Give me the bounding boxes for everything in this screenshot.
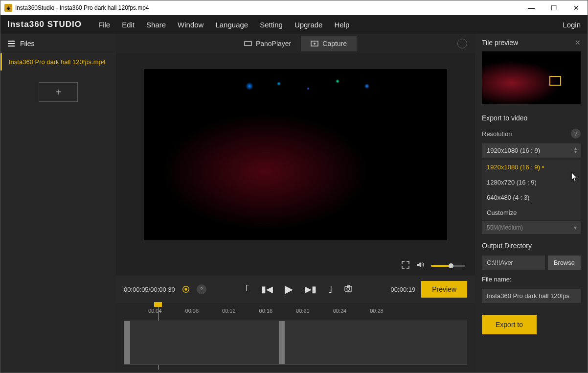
resolution-option-1080[interactable]: 1920x1080 (16 : 9) (482, 160, 581, 175)
right-panel: Tile preview ✕ Export to video Resolutio… (475, 34, 588, 373)
close-button[interactable]: ✕ (565, 0, 588, 15)
svg-rect-2 (8, 46, 15, 47)
next-frame-button[interactable]: ▶▮ (305, 284, 317, 295)
menu-file[interactable]: File (98, 21, 110, 29)
capture-tab[interactable]: Capture (301, 36, 357, 51)
menu-help[interactable]: Help (334, 21, 349, 29)
menubar: Insta360 STUDIO File Edit Share Window L… (0, 15, 588, 34)
svg-rect-0 (8, 41, 15, 42)
tile-preview-thumbnail[interactable] (482, 51, 581, 104)
pano-icon (244, 40, 252, 47)
keyframe-icon[interactable] (181, 284, 191, 294)
svg-point-9 (347, 287, 350, 290)
volume-icon[interactable] (416, 261, 424, 271)
svg-point-5 (314, 43, 316, 45)
select-arrows-icon: ▴▾ (574, 146, 577, 153)
resolution-help-icon[interactable]: ? (571, 129, 581, 139)
prev-frame-button[interactable]: ▮◀ (261, 284, 273, 295)
proxy-icon[interactable] (457, 39, 467, 48)
svg-rect-1 (8, 43, 15, 44)
close-panel-icon[interactable]: ✕ (575, 39, 581, 47)
brand-logo: Insta360 STUDIO (7, 20, 82, 29)
filename-label: File name: (475, 272, 588, 287)
sidebar-header-label: Files (20, 40, 35, 47)
output-dir-label: Output Directory (475, 235, 588, 254)
login-button[interactable]: Login (563, 21, 581, 29)
mark-out-button[interactable]: ｣ (328, 284, 333, 295)
menu-share[interactable]: Share (146, 21, 166, 29)
resolution-option-custom[interactable]: Customize (482, 205, 581, 220)
filename-input[interactable] (482, 289, 581, 303)
list-icon (7, 40, 15, 47)
capture-icon (311, 40, 318, 47)
timeline-track[interactable] (124, 321, 467, 365)
sidebar-header: Files (0, 34, 116, 53)
resolution-dropdown: 1920x1080 (16 : 9) 1280x720 (16 : 9) 640… (482, 160, 581, 220)
play-button[interactable]: ▶ (285, 283, 293, 296)
sidebar: Files Insta360 Pro dark hall 120fps.mp4 … (0, 34, 116, 373)
menu-window[interactable]: Window (178, 21, 204, 29)
svg-point-7 (184, 288, 187, 290)
video-controls (116, 256, 475, 276)
menu-upgrade[interactable]: Upgrade (294, 21, 323, 29)
menu-edit[interactable]: Edit (122, 21, 135, 29)
tile-viewport-rect[interactable] (549, 76, 561, 86)
right-time-display: 00:00:19 (391, 286, 416, 293)
minimize-button[interactable]: — (520, 0, 543, 15)
time-ruler: 00:04 00:08 00:12 00:16 00:20 00:24 00:2… (124, 308, 467, 319)
fullscreen-icon[interactable] (402, 261, 409, 271)
browse-button[interactable]: Browse (548, 256, 581, 270)
svg-rect-3 (245, 42, 251, 46)
maximize-button[interactable]: ☐ (543, 0, 565, 15)
resolution-option-720[interactable]: 1280x720 (16 : 9) (482, 175, 581, 190)
bitrate-select[interactable]: 55M(Medium) (482, 221, 581, 234)
output-dir-input[interactable] (482, 256, 545, 270)
mark-in-button[interactable]: ｢ (245, 284, 249, 295)
timeline[interactable]: 00:04 00:08 00:12 00:16 00:20 00:24 00:2… (116, 303, 475, 373)
panoplayer-tab[interactable]: PanoPlayer (234, 36, 301, 51)
resolution-option-480[interactable]: 640x480 (4 : 3) (482, 190, 581, 205)
add-file-button[interactable]: + (39, 82, 78, 102)
preview-button[interactable]: Preview (421, 281, 467, 298)
titlebar: ◉ Insta360Studio - Insta360 Pro dark hal… (0, 0, 588, 15)
svg-rect-10 (347, 285, 350, 287)
help-icon[interactable]: ? (197, 284, 206, 294)
app-icon: ◉ (4, 4, 12, 12)
export-section-label: Export to video (475, 110, 588, 126)
mode-toggle: PanoPlayer Capture (116, 34, 475, 53)
video-preview[interactable] (116, 53, 475, 256)
resolution-label: Resolution (482, 130, 512, 138)
time-display: 00:00:05/00:00:30 (124, 286, 175, 293)
menu-language[interactable]: Language (215, 21, 248, 29)
snapshot-button[interactable] (344, 284, 352, 295)
export-button[interactable]: Export to (482, 315, 537, 334)
window-title: Insta360Studio - Insta360 Pro dark hall … (15, 4, 520, 11)
resolution-select[interactable]: 1920x1080 (16 : 9) ▴▾ (482, 143, 581, 158)
menu-setting[interactable]: Setting (260, 21, 283, 29)
volume-slider[interactable] (431, 265, 465, 267)
transport-bar: 00:00:05/00:00:30 ? ｢ ▮◀ ▶ ▶▮ ｣ 00:00:19… (116, 276, 475, 303)
tile-preview-label: Tile preview (482, 39, 518, 47)
file-item[interactable]: Insta360 Pro dark hall 120fps.mp4 (0, 53, 116, 70)
